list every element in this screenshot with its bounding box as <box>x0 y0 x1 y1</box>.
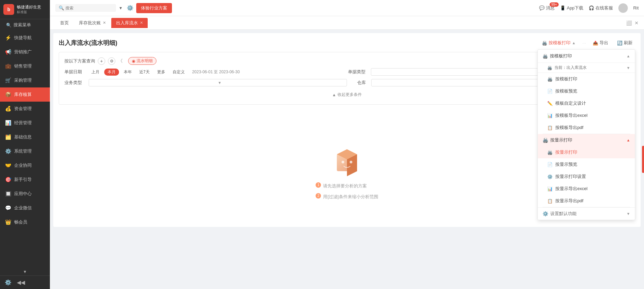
dropdown-item-label: 按模板导出excel <box>555 112 587 119</box>
biz-type-select[interactable]: ▼ <box>89 79 347 86</box>
right-edge-bar[interactable] <box>642 146 644 173</box>
filter-collapse-left-btn[interactable]: 《 <box>118 58 123 64</box>
trial-btn[interactable]: 体验行业方案 <box>136 3 172 13</box>
dropdown-item-export-excel-template[interactable]: 📊 按模板导出excel <box>538 109 635 122</box>
topbar-search-dropdown[interactable]: ▼ <box>119 6 123 10</box>
sidebar-item-label: 经营管理 <box>14 120 32 126</box>
date-shortcut-more[interactable]: 更多 <box>154 69 168 76</box>
sidebar-item-label: 快捷导航 <box>14 35 32 41</box>
dropdown-item-preview-display[interactable]: 📄 按显示预览 <box>538 158 635 170</box>
sidebar-item-inventory[interactable]: 📦 库存核算 <box>0 87 50 102</box>
tab-batch-account[interactable]: 库存批次账 ✕ <box>74 18 111 28</box>
topbar-search-box[interactable]: 🔍 <box>55 4 116 12</box>
operations-icon: 📊 <box>5 120 11 126</box>
export-label: 导出 <box>599 40 608 46</box>
app-name: 畅捷通好生意 <box>17 4 41 10</box>
sidebar-item-marketing[interactable]: 📢 营销推广 <box>0 45 50 59</box>
tab-home[interactable]: 首页 <box>55 18 74 28</box>
tab-flow[interactable]: 出入库流水 ✕ <box>111 18 148 28</box>
sidebar-item-membership[interactable]: 👑 畅会员 <box>0 215 50 229</box>
topbar-search-input[interactable] <box>65 6 109 10</box>
sidebar-item-collab[interactable]: 🤝 企业协同 <box>0 158 50 173</box>
filter-settings-btn[interactable]: ⚙ <box>108 57 115 65</box>
topbar-messages[interactable]: 💬 消息 99+ <box>539 5 555 11</box>
headset-icon: 🎧 <box>589 5 594 10</box>
sidebar-item-operations[interactable]: 📊 经营管理 <box>0 116 50 130</box>
sidebar-item-guide[interactable]: 🎯 新手引导 <box>0 173 50 187</box>
dropdown-item-preview-template[interactable]: 📄 按模板预览 <box>538 85 635 97</box>
sidebar-search[interactable]: 🔍 搜索菜单 <box>0 19 50 31</box>
date-shortcut-7days[interactable]: 近7天 <box>137 69 152 76</box>
dropdown-item-label: 按显示打印 <box>555 149 577 155</box>
dropdown-header: 🖨️ 按模板打印 ▲ <box>538 50 635 63</box>
dropdown-item-custom-template[interactable]: ✏️ 模板自定义设计 <box>538 97 635 109</box>
dropdown-item-print-template[interactable]: 🖨️ 按模板打印 <box>538 73 635 85</box>
display-section-chevron: ▲ <box>626 138 630 142</box>
page-actions: 🖨️ 按模板打印 ▲ ··· 📤 导出 🔄 刷新 <box>539 38 635 47</box>
settings-display-icon: ⚙️ <box>547 174 553 179</box>
sidebar-item-basic-info[interactable]: 🗂️ 基础信息 <box>0 130 50 144</box>
app-version: 标准版 <box>17 10 41 15</box>
sidebar-bottom: ⚙️ ◀◀ <box>0 275 50 289</box>
settings-icon[interactable]: ⚙️ <box>5 279 11 286</box>
sidebar-item-finance[interactable]: 💰 资金管理 <box>0 102 50 116</box>
export-icon: 📤 <box>593 41 598 46</box>
dropdown-item-print-display[interactable]: 🖨️ 按显示打印 <box>538 146 635 158</box>
page-content: 出入库流水(流水明细) 🖨️ 按模板打印 ▲ ··· 📤 导出 <box>50 30 644 289</box>
tab-maximize-icon[interactable]: ⬜ <box>626 20 632 26</box>
collapse-sidebar-icon[interactable]: ◀◀ <box>17 279 25 286</box>
username-label[interactable]: Rit <box>633 5 639 10</box>
topbar: 🔍 ▼ ⚙️ 体验行业方案 💬 消息 99+ 📱 App下载 🎧 <box>50 0 644 16</box>
refresh-btn[interactable]: 🔄 刷新 <box>614 38 635 47</box>
topbar-app-download[interactable]: 📱 App下载 <box>560 5 583 11</box>
export-btn[interactable]: 📤 导出 <box>590 38 611 47</box>
collab-icon: 🤝 <box>5 162 11 169</box>
sidebar-item-sales[interactable]: 💼 销售管理 <box>0 59 50 73</box>
empty-tips: 1 请先选择要分析的方案 2 用[过滤]条件来缩小分析范围 <box>316 182 378 201</box>
purchase-icon: 🛒 <box>5 77 11 84</box>
dropdown-item-settings-display[interactable]: ⚙️ 按显示打印设置 <box>538 170 635 183</box>
filter-add-btn[interactable]: + <box>98 57 105 65</box>
page-title: 出入库流水(流水明细) <box>59 39 117 47</box>
display-section-icon: 🖨️ <box>543 137 548 143</box>
dropdown-header-chevron[interactable]: ▲ <box>626 54 630 58</box>
tab-close-icon[interactable]: ✕ <box>635 20 639 26</box>
date-shortcut-custom[interactable]: 自定义 <box>170 69 187 76</box>
dropdown-item-label: 按模板预览 <box>555 88 577 94</box>
tab-close-batch-account[interactable]: ✕ <box>103 21 106 25</box>
date-shortcut-this-month[interactable]: 本月 <box>104 69 119 76</box>
dropdown-current[interactable]: 🖨️ 当前：出入库流水 ▼ <box>538 63 635 73</box>
dropdown-item-label: 模板自定义设计 <box>555 100 586 106</box>
sidebar-item-app-center[interactable]: 🔲 应用中心 <box>0 187 50 201</box>
dropdown-display-section[interactable]: 🖨️ 按显示打印 ▲ <box>538 134 635 146</box>
collapse-label: 收起更多条件 <box>338 92 362 98</box>
print-template-btn[interactable]: 🖨️ 按模板打印 ▲ <box>539 38 578 47</box>
phone-icon: 📱 <box>560 5 565 10</box>
sidebar-item-purchase[interactable]: 🛒 采购管理 <box>0 73 50 87</box>
sidebar-item-corp-wechat[interactable]: 💬 企业微信 <box>0 201 50 215</box>
search-icon: 🔍 <box>6 23 11 28</box>
custom-template-icon: ✏️ <box>547 101 553 106</box>
sidebar-item-system[interactable]: ⚙️ 系统管理 <box>0 144 50 158</box>
marketing-icon: 📢 <box>5 49 11 55</box>
dropdown-item-label: 按显示导出pdf <box>555 198 583 204</box>
preview-display-icon: 📄 <box>547 162 553 167</box>
dropdown-item-export-pdf-template[interactable]: 📋 按模板导出pdf <box>538 122 635 134</box>
user-avatar[interactable] <box>618 3 628 13</box>
current-icon: 🖨️ <box>547 65 552 70</box>
sidebar-item-label: 企业微信 <box>14 205 32 211</box>
tab-label: 库存批次账 <box>79 20 101 26</box>
tabs-bar: 首页 库存批次账 ✕ 出入库流水 ✕ ⬜ ✕ <box>50 16 644 30</box>
dropdown-footer[interactable]: ⚙️ 设置默认功能 ▼ <box>538 207 635 220</box>
topbar-online-service[interactable]: 🎧 在线客服 <box>589 5 613 11</box>
basic-info-icon: 🗂️ <box>5 134 11 140</box>
dropdown-item-export-pdf-display[interactable]: 📋 按显示导出pdf <box>538 195 635 207</box>
dropdown-item-export-excel-display[interactable]: 📊 按显示导出excel <box>538 183 635 195</box>
date-shortcut-last-month[interactable]: 上月 <box>89 69 102 76</box>
tab-close-flow[interactable]: ✕ <box>140 21 143 25</box>
sidebar-item-label: 新手引导 <box>14 177 32 183</box>
date-shortcut-this-year[interactable]: 本年 <box>121 69 135 76</box>
topbar-gear-icon[interactable]: ⚙️ <box>127 5 134 11</box>
sidebar-item-quick-nav[interactable]: ⚡ 快捷导航 <box>0 31 50 45</box>
sidebar-scroll-down[interactable]: ▼ <box>0 268 50 275</box>
